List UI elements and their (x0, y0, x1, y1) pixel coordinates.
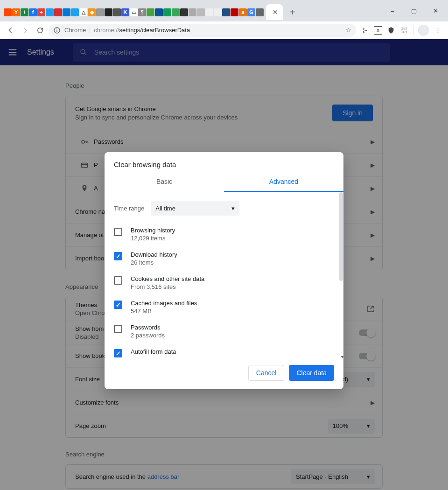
item-title: Cached images and files (131, 300, 197, 307)
item-subtitle: 12,029 items (131, 235, 175, 242)
dialog-body: Time range All time ▾ Browsing history12… (105, 192, 343, 357)
background-tab[interactable] (256, 8, 264, 16)
clear-data-item[interactable]: Cached images and files547 MB (114, 295, 340, 319)
background-tab[interactable] (214, 8, 222, 16)
background-tab[interactable]: G (247, 8, 255, 16)
background-tab[interactable] (96, 8, 104, 16)
background-tab[interactable] (222, 8, 230, 16)
background-tab[interactable] (155, 8, 163, 16)
dialog-scrollbar-thumb[interactable] (339, 192, 343, 281)
background-tab[interactable]: Y (12, 8, 20, 16)
clear-data-item[interactable]: Autofill form data (114, 343, 340, 357)
extension-icon[interactable]: ⊱ (361, 26, 369, 35)
background-tab[interactable]: ¶ (138, 8, 146, 16)
nav-back-button[interactable] (4, 24, 17, 37)
background-tab[interactable] (205, 8, 213, 16)
scrollbar-down-arrow-icon[interactable]: ▾ (341, 354, 343, 359)
site-info-icon[interactable] (53, 27, 61, 34)
checkbox[interactable] (114, 276, 122, 285)
chevron-down-icon: ▾ (231, 205, 235, 212)
item-subtitle: 2 passwords (131, 332, 165, 339)
background-tab[interactable]: a (239, 8, 247, 16)
tab-basic[interactable]: Basic (105, 172, 224, 192)
checkbox[interactable] (114, 325, 122, 333)
clear-data-item[interactable]: Download history26 items (114, 246, 340, 271)
background-tab[interactable] (105, 8, 112, 16)
time-range-select[interactable]: All time ▾ (151, 201, 239, 216)
background-tab[interactable] (231, 8, 238, 16)
item-subtitle: 26 items (131, 259, 177, 266)
nav-reload-button[interactable] (34, 24, 47, 37)
item-title: Browsing history (131, 227, 175, 234)
background-tab[interactable] (172, 8, 180, 16)
clear-data-item[interactable]: Browsing history12,029 items (114, 222, 340, 246)
svg-rect-2 (56, 28, 57, 29)
window-controls: – ▢ ✕ (382, 7, 446, 18)
bookmark-star-icon[interactable]: ☆ (346, 27, 351, 34)
svg-rect-1 (56, 29, 57, 32)
window-maximize-button[interactable]: ▢ (403, 4, 425, 18)
omnibox-separator (90, 27, 90, 34)
tab-advanced[interactable]: Advanced (224, 172, 343, 192)
background-tab[interactable]: K (121, 8, 129, 16)
extension-icon[interactable]: x (374, 26, 382, 35)
omnibox[interactable]: Chrome chrome://settings/clearBrowserDat… (49, 24, 356, 37)
window-close-button[interactable]: ✕ (425, 4, 446, 18)
omnibox-chip: Chrome (64, 27, 86, 34)
clear-browsing-data-dialog: Clear browsing data Basic Advanced Time … (105, 152, 343, 389)
background-tab[interactable] (71, 8, 79, 16)
background-tab[interactable] (113, 8, 121, 16)
background-tab[interactable] (4, 8, 12, 16)
item-title: Passwords (131, 324, 165, 331)
checkbox[interactable] (114, 301, 122, 309)
dialog-actions: Cancel Clear data (105, 357, 343, 389)
nav-forward-button[interactable] (19, 24, 32, 37)
background-tab[interactable] (189, 8, 196, 16)
background-tab[interactable] (163, 8, 171, 16)
background-tab[interactable] (54, 8, 62, 16)
background-tab[interactable] (63, 8, 70, 16)
time-range-label: Time range (114, 205, 144, 212)
clear-data-item[interactable]: Passwords2 passwords (114, 319, 340, 343)
background-tab[interactable]: △ (79, 8, 87, 16)
dialog-scrollbar-track[interactable]: ▾ (339, 192, 343, 357)
window-titlebar: Y/f+△◆K▭¶aG✕+ – ▢ ✕ (0, 0, 448, 21)
background-tab[interactable]: + (37, 8, 45, 16)
dialog-tabs: Basic Advanced (105, 172, 343, 192)
checkbox[interactable] (114, 228, 122, 236)
item-subtitle: 547 MB (131, 308, 197, 315)
item-title: Download history (131, 251, 177, 258)
window-minimize-button[interactable]: – (382, 4, 403, 18)
omnibox-url: chrome://settings/clearBrowserData (94, 27, 190, 34)
browser-tab-strip: Y/f+△◆K▭¶aG✕+ (4, 4, 382, 20)
tab-close-icon[interactable]: ✕ (271, 7, 280, 17)
background-tab[interactable] (147, 8, 154, 16)
browser-toolbar: Chrome chrome://settings/clearBrowserDat… (0, 21, 448, 39)
background-tab[interactable]: ▭ (130, 8, 138, 16)
extension-icon[interactable]: GET CRX (400, 26, 408, 35)
background-tab[interactable] (46, 8, 54, 16)
extension-icons: ⊱ x GET CRX (358, 26, 411, 35)
item-title: Cookies and other site data (131, 275, 204, 282)
profile-avatar[interactable] (418, 25, 429, 36)
background-tab[interactable]: ◆ (88, 8, 96, 16)
background-tab[interactable]: / (21, 8, 28, 16)
background-tab[interactable] (197, 8, 205, 16)
background-tab[interactable] (180, 8, 188, 16)
item-title: Autofill form data (131, 348, 176, 355)
clear-data-item[interactable]: Cookies and other site dataFrom 3,516 si… (114, 271, 340, 295)
clear-data-button[interactable]: Clear data (289, 365, 334, 381)
new-tab-button[interactable]: + (283, 7, 302, 18)
checkbox[interactable] (114, 252, 122, 260)
extension-icon[interactable] (387, 26, 395, 35)
chrome-menu-button[interactable]: ⋮ (431, 24, 444, 37)
cancel-button[interactable]: Cancel (248, 365, 285, 381)
dialog-title: Clear browsing data (105, 152, 343, 172)
item-subtitle: From 3,516 sites (131, 283, 204, 290)
active-tab[interactable]: ✕ (266, 4, 283, 20)
checkbox[interactable] (114, 349, 122, 357)
background-tab[interactable]: f (29, 8, 37, 16)
